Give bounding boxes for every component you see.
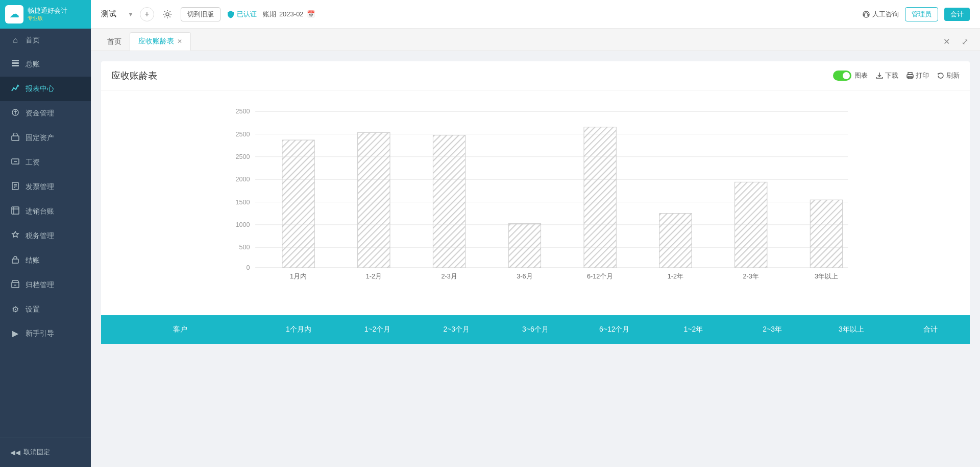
calendar-icon[interactable]: 📅 [307,10,315,18]
newbie-icon: ▶ [10,329,20,338]
topbar: 测试 ▼ + 切到旧版 已认证 账期 2023-02 📅 人工咨询 管理员 会计 [91,0,980,29]
col-header-3-6m: 3~6个月 [496,325,575,334]
logo-text-block: 畅捷通好会计 专业版 [28,7,67,22]
sidebar-item-assets[interactable]: 固定资产 [0,126,91,150]
col-header-2-3y: 2~3年 [733,325,812,334]
report-container: 应收账龄表 图表 下载 打印 [101,61,970,344]
refresh-label: 刷新 [946,71,960,80]
archive-icon [10,280,20,290]
home-icon: ⌂ [10,36,20,45]
payroll-icon [10,157,20,168]
sidebar-logo: ☁ 畅捷通好会计 专业版 [0,0,91,29]
download-icon [876,72,883,79]
print-label: 打印 [916,71,929,80]
svg-text:6-12个月: 6-12个月 [587,273,613,280]
page-content: 应收账龄表 图表 下载 打印 [91,51,980,467]
add-tab-button[interactable]: + [140,7,154,21]
bar-3年以上 [810,200,842,268]
sidebar-item-closing[interactable]: 结账 [0,248,91,273]
svg-text:3年以上: 3年以上 [815,273,838,280]
chart-toggle-label: 图表 [854,71,868,80]
tabs-bar: 首页 应收账龄表 ✕ ✕ ⤢ [91,29,980,51]
sidebar-item-newbie[interactable]: ▶ 新手引导 [0,321,91,345]
chart-toggle-switch[interactable] [833,71,851,81]
print-icon [906,72,914,79]
sidebar-label-settings: 设置 [26,305,40,314]
svg-text:1-2月: 1-2月 [366,273,382,280]
svg-rect-1 [12,62,19,64]
sidebar-item-archive[interactable]: 归档管理 [0,273,91,297]
col-header-1-2y: 1~2年 [654,325,733,334]
tab-home[interactable]: 首页 [99,33,130,51]
sidebar-item-settings[interactable]: ⚙ 设置 [0,297,91,321]
svg-rect-21 [864,14,865,16]
bar-2-3月 [433,135,465,268]
svg-rect-6 [12,136,19,141]
ledger-icon [10,59,20,69]
svg-text:1000: 1000 [235,221,250,228]
svg-point-19 [166,13,169,16]
tax-icon [10,231,20,241]
admin-button[interactable]: 管理员 [905,7,938,21]
sidebar-item-invoice[interactable]: 发票管理 [0,175,91,199]
svg-text:2-3年: 2-3年 [743,273,759,280]
headset-icon [862,10,870,18]
tabs-actions: ✕ ⤢ [939,34,972,51]
settings-icon: ⚙ [10,305,20,314]
sidebar-label-assets: 固定资产 [26,133,54,143]
old-version-button[interactable]: 切到旧版 [181,7,220,21]
col-header-customer: 客户 [101,325,259,334]
chart-toggle[interactable]: 图表 [833,71,868,81]
tab-aging[interactable]: 应收账龄表 ✕ [130,32,191,51]
logo-icon: ☁ [5,5,23,24]
svg-text:2500: 2500 [235,131,250,138]
sidebar-label-tax: 税务管理 [26,231,54,241]
print-button[interactable]: 打印 [906,71,929,80]
svg-rect-13 [12,207,19,214]
fix-label: 取消固定 [23,448,50,457]
sidebar-item-payroll[interactable]: 工资 [0,150,91,175]
svg-text:1-2年: 1-2年 [668,273,683,280]
verified-label: 已认证 [237,10,257,19]
svg-text:2-3月: 2-3月 [441,273,457,280]
refresh-button[interactable]: 刷新 [937,71,960,80]
sidebar-item-ledger[interactable]: 总账 [0,52,91,77]
app-name: 畅捷通好会计 [28,7,67,15]
sidebar-label-ledger: 总账 [26,60,40,69]
app-edition: 专业版 [28,15,67,22]
sidebar-item-purchase[interactable]: 进销台账 [0,199,91,224]
svg-text:3-6月: 3-6月 [517,273,532,280]
shield-icon [227,10,235,18]
sidebar: ☁ 畅捷通好会计 专业版 ⌂ 首页 总账 报表中心 资金管理 [0,0,91,467]
purchase-icon [10,206,20,217]
report-title: 应收账龄表 [111,69,157,82]
sidebar-item-funds[interactable]: 资金管理 [0,101,91,126]
tab-close-icon[interactable]: ✕ [177,38,182,45]
verified-badge: 已认证 [227,10,257,19]
company-dropdown-icon[interactable]: ▼ [128,11,134,18]
sidebar-label-funds: 资金管理 [26,109,54,118]
svg-text:2500: 2500 [235,153,250,160]
period-label: 账期 [263,10,276,19]
tab-home-label: 首页 [107,37,121,46]
main-area: 测试 ▼ + 切到旧版 已认证 账期 2023-02 📅 人工咨询 管理员 会计 [91,0,980,467]
assets-icon [10,133,20,143]
tab-expand-button[interactable]: ⤢ [958,34,972,49]
bar-2-3年 [735,182,767,268]
topbar-settings-button[interactable] [160,7,175,21]
col-header-3y-plus: 3年以上 [812,325,891,334]
col-header-2-3m: 2~3个月 [417,325,496,334]
download-button[interactable]: 下载 [876,71,898,80]
table-container: 客户 1个月内 1~2个月 2~3个月 3~6个月 6~12个月 1~2年 2~… [101,315,970,344]
help-button[interactable]: 人工咨询 [862,10,899,19]
chart-area: 2500 2500 2500 2000 1500 1000 500 0 [101,90,970,305]
col-header-1m: 1个月内 [259,325,338,334]
sidebar-item-home[interactable]: ⌂ 首页 [0,29,91,52]
help-label: 人工咨询 [872,10,899,19]
sidebar-item-reports[interactable]: 报表中心 [0,77,91,101]
sidebar-item-tax[interactable]: 税务管理 [0,224,91,248]
report-actions: 图表 下载 打印 刷新 [833,71,960,81]
tab-close-button[interactable]: ✕ [939,34,953,49]
cancel-fix-button[interactable]: ◀◀ 取消固定 [0,442,91,462]
accountant-button[interactable]: 会计 [944,8,970,21]
